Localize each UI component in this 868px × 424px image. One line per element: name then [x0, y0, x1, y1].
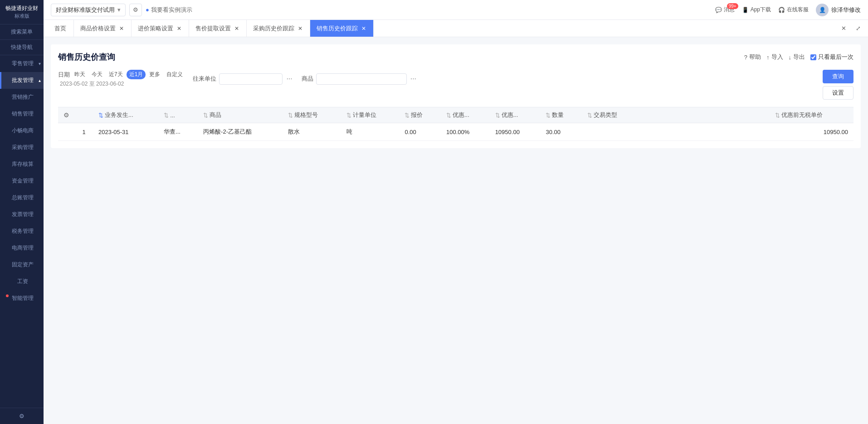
- sidebar-item-smart[interactable]: 智能管理: [0, 290, 44, 307]
- sidebar-item-purchase[interactable]: 采购管理: [0, 139, 44, 156]
- workspace-selector[interactable]: 好业财标准版交付试用 ▾: [51, 4, 126, 16]
- close-icon[interactable]: ✕: [176, 25, 182, 32]
- sidebar-item-salary-label: 工资: [17, 278, 28, 285]
- sidebar-item-salary[interactable]: 工资: [0, 273, 44, 290]
- chevron-up-icon: ▴: [39, 78, 41, 83]
- red-dot-icon: [6, 294, 9, 297]
- sidebar-item-xiaochange[interactable]: 小畅电商: [0, 122, 44, 139]
- date-btn-7days[interactable]: 近7天: [106, 70, 126, 79]
- close-icon[interactable]: ✕: [297, 25, 303, 32]
- date-filter-top: 日期 昨天 今天 近7天 近1月 更多 自定义: [58, 70, 185, 79]
- sidebar-item-wholesale[interactable]: 批发管理 ▴: [0, 72, 44, 89]
- product-more-button[interactable]: ···: [409, 74, 418, 84]
- th-discount-price[interactable]: ⇅ 优惠...: [490, 107, 541, 123]
- date-btn-more[interactable]: 更多: [146, 70, 163, 79]
- tab-product-price[interactable]: 商品价格设置 ✕: [74, 20, 132, 37]
- date-btn-yesterday[interactable]: 昨天: [72, 70, 88, 79]
- td-spec: 散水: [283, 123, 341, 141]
- from-unit-more-button[interactable]: ···: [284, 74, 294, 84]
- app-download-label: App下载: [751, 6, 771, 14]
- from-unit-input[interactable]: [219, 73, 283, 85]
- close-icon[interactable]: ✕: [234, 25, 240, 32]
- from-unit-input-wrap: ···: [219, 73, 294, 85]
- close-icon[interactable]: ✕: [361, 25, 367, 32]
- app-download-button[interactable]: 📱 App下载: [742, 6, 771, 14]
- product-input[interactable]: [316, 73, 407, 85]
- th-seq: [75, 107, 93, 123]
- date-range-text: 2023-05-02 至 2023-06-02: [60, 80, 124, 88]
- gear-col-icon[interactable]: ⚙: [63, 111, 69, 119]
- message-icon: 💬: [715, 7, 722, 13]
- tab-purchase-strategy[interactable]: 进价策略设置 ✕: [132, 20, 189, 37]
- date-filter-section: 日期 昨天 今天 近7天 近1月 更多 自定义 2023-05-02 至 202…: [58, 70, 185, 88]
- sidebar-settings[interactable]: ⚙: [0, 408, 44, 424]
- only-last-checkbox[interactable]: [810, 54, 816, 60]
- sidebar-item-sales[interactable]: 销售管理: [0, 106, 44, 122]
- sidebar-item-fixed[interactable]: 固定资产: [0, 256, 44, 273]
- workspace-settings-button[interactable]: ⚙: [129, 4, 142, 16]
- th-trade-type-sort: ⇅ 交易类型: [587, 111, 617, 119]
- import-label: 导入: [771, 53, 783, 61]
- user-menu[interactable]: 👤 徐泽华修改: [816, 4, 861, 16]
- tab-home[interactable]: 首页: [47, 20, 74, 37]
- only-last-label: 只看最后一次: [818, 53, 853, 61]
- online-service-button[interactable]: 🎧 在线客服: [778, 6, 809, 14]
- settings-button[interactable]: 设置: [823, 86, 853, 100]
- th-settings[interactable]: ⚙: [58, 107, 75, 123]
- sidebar-item-ecommerce[interactable]: 电商管理: [0, 240, 44, 256]
- tab-purchase-history-label: 采购历史价跟踪: [253, 24, 294, 33]
- import-link[interactable]: ↑ 导入: [766, 53, 783, 61]
- th-product[interactable]: ⇅ 商品: [198, 107, 283, 123]
- th-qty[interactable]: ⇅ 数量: [540, 107, 581, 123]
- th-more-col[interactable]: ⇅ ...: [158, 107, 198, 123]
- sidebar-item-retail[interactable]: 零售管理 ▾: [0, 55, 44, 72]
- mobile-icon: 📱: [742, 7, 749, 13]
- th-trade-type[interactable]: ⇅ 交易类型: [582, 107, 640, 123]
- message-badge: 99+: [727, 3, 738, 9]
- sidebar-item-general-label: 总账管理: [12, 194, 34, 202]
- td-pretax-price: 10950.00: [770, 123, 853, 141]
- th-discount-rate[interactable]: ⇅ 优惠...: [441, 107, 490, 123]
- sort-icon: ⇅: [495, 112, 500, 119]
- page-title: 销售历史价查询: [58, 52, 115, 63]
- sidebar-item-tax[interactable]: 税务管理: [0, 223, 44, 240]
- sort-icon: ⇅: [405, 112, 410, 119]
- sidebar-item-general[interactable]: 总账管理: [0, 189, 44, 206]
- th-spec[interactable]: ⇅ 规格型号: [283, 107, 341, 123]
- th-list-price[interactable]: ⇅ 报价: [399, 107, 440, 123]
- th-biz-date[interactable]: ⇅ 业务发生...: [93, 107, 158, 123]
- tab-sale-history[interactable]: 销售历史价跟踪 ✕: [310, 20, 374, 37]
- help-link[interactable]: ? 帮助: [744, 53, 761, 61]
- sort-asc-icon: ⇅: [98, 112, 103, 119]
- date-btn-custom[interactable]: 自定义: [164, 70, 185, 79]
- tabs-bar: 首页 商品价格设置 ✕ 进价策略设置 ✕ 售价提取设置 ✕ 采购历史价跟踪 ✕ …: [44, 20, 868, 37]
- sidebar-logo: 畅捷通好业财 标准版: [0, 0, 44, 24]
- sidebar-item-invoice[interactable]: 发票管理: [0, 206, 44, 223]
- demo-link[interactable]: ● 我要看实例演示: [146, 6, 192, 14]
- date-shortcuts: 昨天 今天 近7天 近1月 更多 自定义: [72, 70, 185, 79]
- tab-home-label: 首页: [54, 24, 66, 33]
- sort-icon: ⇅: [446, 112, 451, 119]
- th-unit[interactable]: ⇅ 计量单位: [341, 107, 400, 123]
- sidebar-item-fixed-label: 固定资产: [12, 261, 34, 269]
- sidebar-item-finance[interactable]: 资金管理: [0, 173, 44, 189]
- close-tab-button[interactable]: ✕: [837, 22, 850, 35]
- message-button[interactable]: 💬 消息 99+: [715, 6, 735, 14]
- sidebar-item-marketing[interactable]: 营销推广: [0, 89, 44, 106]
- only-last-checkbox-wrap[interactable]: 只看最后一次: [810, 53, 853, 61]
- tab-purchase-history[interactable]: 采购历史价跟踪 ✕: [247, 20, 310, 37]
- close-icon[interactable]: ✕: [118, 25, 125, 32]
- query-button[interactable]: 查询: [823, 70, 853, 83]
- sidebar-item-inventory[interactable]: 库存核算: [0, 156, 44, 173]
- date-btn-today[interactable]: 今天: [89, 70, 105, 79]
- date-btn-1month[interactable]: 近1月: [127, 70, 146, 79]
- tab-sale-price[interactable]: 售价提取设置 ✕: [189, 20, 247, 37]
- logo-text: 畅捷通好业财: [4, 5, 40, 12]
- expand-tab-button[interactable]: ⤢: [852, 22, 864, 35]
- th-pretax-price[interactable]: ⇅ 优惠前无税单价: [770, 107, 853, 123]
- sidebar-quick-nav[interactable]: 快捷导航: [0, 40, 44, 55]
- sidebar-search[interactable]: 搜索菜单: [0, 24, 44, 40]
- sidebar-item-tax-label: 税务管理: [12, 227, 34, 235]
- main-area: 好业财标准版交付试用 ▾ ⚙ ● 我要看实例演示 💬 消息 99+ 📱 App下…: [44, 0, 868, 424]
- export-link[interactable]: ↓ 导出: [789, 53, 805, 61]
